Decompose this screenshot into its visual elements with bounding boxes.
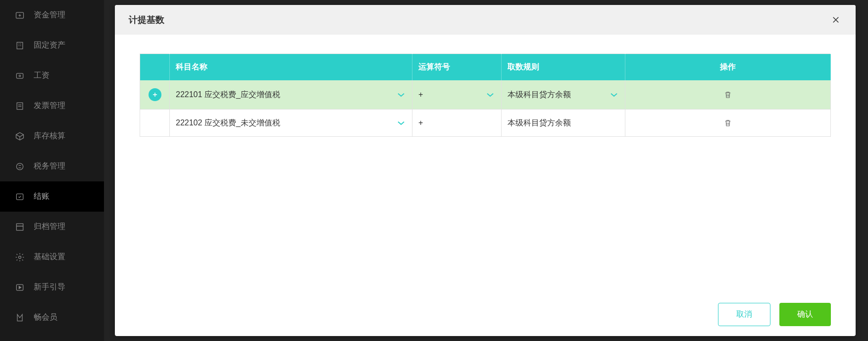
- operator-select[interactable]: +: [418, 90, 495, 100]
- inventory-icon: [15, 131, 25, 141]
- subject-value: 222102 应交税费_未交增值税: [176, 118, 280, 128]
- invoice-icon: [15, 101, 25, 111]
- close-icon: [831, 15, 840, 24]
- chevron-down-icon: [609, 90, 619, 100]
- subject-value: 222101 应交税费_应交增值税: [176, 90, 280, 100]
- sidebar-item-label: 结账: [34, 191, 50, 202]
- sidebar-item-label: 资金管理: [34, 10, 65, 20]
- sidebar-item-label: 基础设置: [34, 252, 65, 262]
- sidebar-item-label: 归档管理: [34, 222, 65, 232]
- svg-point-5: [16, 163, 23, 170]
- sidebar-item-label: 税务管理: [34, 161, 65, 171]
- sidebar-item-invoice[interactable]: 发票管理: [0, 91, 104, 121]
- trash-icon: [723, 90, 732, 100]
- sidebar-item-assets[interactable]: 固定资产: [0, 30, 104, 60]
- sidebar-item-settings[interactable]: 基础设置: [0, 242, 104, 272]
- archive-icon: [15, 222, 25, 232]
- funds-icon: [15, 10, 25, 20]
- modal-dialog: 计提基数 科目名称 运算符号 取数规则 操作: [115, 5, 856, 336]
- sidebar-item-member[interactable]: 畅会员: [0, 302, 104, 333]
- confirm-button[interactable]: 确认: [779, 303, 831, 326]
- trash-icon: [723, 118, 732, 128]
- sidebar-item-label: 畅会员: [34, 312, 57, 323]
- building-icon: [15, 41, 25, 51]
- sidebar: 资金管理 固定资产 工资 发票管理 库存核算 税务管理 结账: [0, 0, 104, 341]
- delete-row-button[interactable]: [722, 89, 733, 100]
- sidebar-item-salary[interactable]: 工资: [0, 60, 104, 91]
- closing-icon: [15, 192, 25, 202]
- add-row-button[interactable]: [149, 88, 161, 101]
- table-header-subject: 科目名称: [170, 54, 412, 81]
- table-header-add: [140, 54, 170, 81]
- salary-icon: [15, 71, 25, 81]
- svg-rect-1: [17, 42, 23, 49]
- svg-rect-7: [16, 224, 23, 226]
- close-button[interactable]: [830, 14, 842, 26]
- table-header-operator: 运算符号: [412, 54, 502, 81]
- svg-point-3: [19, 75, 20, 76]
- rule-select[interactable]: 本级科目贷方余额: [508, 90, 619, 100]
- modal-title: 计提基数: [129, 14, 164, 26]
- modal-body: 科目名称 运算符号 取数规则 操作 222101 应交税费_应交增值税: [115, 35, 856, 293]
- subject-select[interactable]: 222102 应交税费_未交增值税: [176, 118, 406, 128]
- sidebar-item-guide[interactable]: 新手引导: [0, 272, 104, 302]
- table-row: 222101 应交税费_应交增值税 +: [140, 80, 831, 110]
- sidebar-item-label: 库存核算: [34, 131, 65, 141]
- sidebar-item-label: 发票管理: [34, 101, 65, 111]
- svg-point-9: [19, 256, 21, 258]
- sidebar-item-archive[interactable]: 归档管理: [0, 212, 104, 242]
- rule-value: 本级科目贷方余额: [508, 90, 571, 100]
- svg-rect-8: [16, 226, 23, 230]
- table-header-rule: 取数规则: [502, 54, 625, 81]
- chevron-down-icon: [485, 90, 495, 100]
- table-header-action: 操作: [625, 54, 831, 81]
- chevron-down-icon: [396, 118, 406, 128]
- svg-rect-4: [17, 103, 23, 109]
- sidebar-item-label: 新手引导: [34, 282, 65, 292]
- operator-value: +: [418, 118, 423, 127]
- rule-value: 本级科目贷方余额: [508, 118, 571, 127]
- modal-footer: 取消 确认: [115, 293, 856, 336]
- data-table: 科目名称 运算符号 取数规则 操作 222101 应交税费_应交增值税: [140, 54, 831, 137]
- gear-icon: [15, 252, 25, 262]
- cancel-button[interactable]: 取消: [718, 303, 770, 326]
- svg-rect-2: [16, 73, 23, 78]
- table-row: 222102 应交税费_未交增值税 + 本级科目贷方余额: [140, 110, 831, 137]
- plus-icon: [152, 91, 158, 98]
- guide-icon: [15, 283, 25, 292]
- operator-value: +: [418, 90, 423, 99]
- sidebar-item-tax[interactable]: 税务管理: [0, 151, 104, 181]
- sidebar-item-funds[interactable]: 资金管理: [0, 0, 104, 30]
- subject-select[interactable]: 222101 应交税费_应交增值税: [176, 90, 406, 100]
- delete-row-button[interactable]: [722, 117, 733, 128]
- member-icon: [15, 313, 25, 323]
- sidebar-item-inventory[interactable]: 库存核算: [0, 121, 104, 151]
- sidebar-item-label: 固定资产: [34, 40, 65, 51]
- chevron-down-icon: [396, 90, 406, 100]
- tax-icon: [15, 162, 25, 171]
- sidebar-item-label: 工资: [34, 70, 50, 81]
- sidebar-item-closing[interactable]: 结账: [0, 181, 104, 212]
- modal-header: 计提基数: [115, 5, 856, 35]
